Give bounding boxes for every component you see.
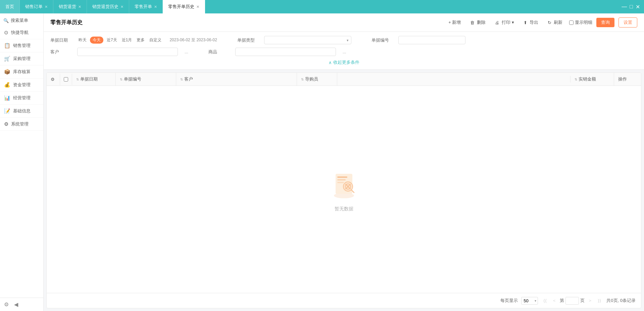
pagination-total-info: 共0页, 0条记录 (606, 298, 636, 304)
export-button[interactable]: ⬆ 导出 (521, 18, 541, 27)
table-header-checkbox[interactable] (60, 74, 72, 85)
empty-state-text: 暂无数据 (335, 206, 353, 212)
tab-retail-open-label: 零售开单 (135, 4, 152, 10)
finance-icon: 💰 (4, 82, 10, 88)
page-input[interactable]: 1 (565, 297, 579, 305)
date-more[interactable]: 更多 (135, 37, 146, 44)
main-layout: 🔍 搜索菜单 ⊙ 快捷导航 📋 销售管理 🛒 采购管理 📦 库存核算 💰 资金管… (0, 13, 644, 311)
table-header-amount-label: 实销金额 (579, 76, 596, 82)
sidebar-item-purchase-mgmt-label: 采购管理 (13, 56, 31, 62)
date-last1m[interactable]: 近1月 (120, 37, 134, 44)
date-today[interactable]: 今天 (90, 37, 103, 44)
table-header-amount: ⇅ 实销金额 (571, 73, 614, 86)
chevron-up-icon: ∧ (329, 60, 332, 65)
per-page-select[interactable]: 20 50 100 200 (521, 297, 538, 305)
gear-icon: ⚙ (51, 77, 55, 82)
sort-num-icon[interactable]: ⇅ (120, 77, 122, 81)
settings-button[interactable]: 设置 (618, 17, 637, 28)
page-title: 零售开单历史 (50, 19, 83, 26)
sidebar-settings-button[interactable]: ⚙ (4, 301, 9, 308)
sidebar-collapse-button[interactable]: ◀ (14, 301, 18, 308)
sort-guide-icon[interactable]: ⇅ (301, 77, 304, 81)
select-all-checkbox[interactable] (64, 77, 68, 82)
first-page-button[interactable]: ⟨⟨ (541, 297, 549, 304)
filter-row-2: 客户 ... 商品 ... (50, 48, 637, 56)
table-settings-gear[interactable]: ⚙ (47, 73, 60, 85)
sidebar-item-basic-info[interactable]: 📝 基础信息 (0, 105, 43, 118)
new-button[interactable]: + 新增 (446, 18, 463, 27)
tab-sales-return-close[interactable]: ✕ (78, 5, 81, 9)
close-button[interactable]: ✕ (636, 4, 640, 10)
basic-info-icon: 📝 (4, 108, 10, 114)
sidebar-item-sales-mgmt[interactable]: 📋 销售管理 (0, 39, 43, 52)
sidebar-item-quick-nav[interactable]: ⊙ 快捷导航 (0, 26, 43, 39)
collapse-button[interactable]: ∧ 收起更多条件 (329, 59, 359, 65)
date-custom[interactable]: 自定义 (148, 37, 163, 44)
tab-retail-open-close[interactable]: ✕ (154, 5, 157, 9)
print-icon: 🖨 (495, 20, 499, 25)
pagination-nav: ⟨⟨ ＜ 第 1 页 ＞ ⟩⟩ (541, 297, 603, 305)
display-toggle-label: 显示明细 (575, 19, 592, 25)
sidebar-search-label: 搜索菜单 (11, 17, 28, 23)
sidebar-item-system[interactable]: ⚙ 系统管理 (0, 118, 43, 131)
sidebar-item-purchase-mgmt[interactable]: 🛒 采购管理 (0, 52, 43, 65)
svg-rect-4 (337, 182, 344, 183)
sidebar-bottom: ⚙ ◀ (0, 298, 43, 311)
print-button[interactable]: 🖨 打印 ▾ (492, 18, 517, 27)
sidebar-item-quick-nav-label: 快捷导航 (11, 30, 29, 36)
product-input[interactable] (235, 48, 336, 56)
sidebar-item-basic-info-label: 基础信息 (13, 108, 31, 114)
tab-retail-open-history-close[interactable]: ✕ (196, 5, 199, 9)
next-page-button[interactable]: ＞ (586, 297, 594, 305)
date-last7[interactable]: 近7天 (105, 37, 118, 44)
search-icon: 🔍 (3, 18, 9, 23)
tab-bar: 首页 销售订单 ✕ 销货退货 ✕ 销货退货历史 ✕ 零售开单 ✕ 零售开单历史 … (0, 0, 644, 13)
tab-sales-return-history-close[interactable]: ✕ (120, 5, 123, 9)
query-button[interactable]: 查询 (596, 18, 614, 27)
tab-home-label: 首页 (5, 4, 14, 10)
tab-sales-return-history-label: 销货退货历史 (92, 4, 118, 10)
collapse-label: 收起更多条件 (333, 59, 359, 65)
table-header-client-label: 客户 (184, 76, 193, 82)
sort-amount-icon[interactable]: ⇅ (575, 77, 577, 81)
minimize-button[interactable]: — (622, 4, 627, 10)
sidebar-search[interactable]: 🔍 搜索菜单 (0, 13, 43, 26)
pagination: 每页显示 20 50 100 200 ⟨⟨ ＜ 第 1 页 ＞ ⟩ (47, 293, 641, 308)
tab-sales-return[interactable]: 销货退货 ✕ (53, 0, 87, 13)
tab-sales-order-close[interactable]: ✕ (45, 5, 48, 9)
sort-date-icon[interactable]: ⇅ (76, 77, 79, 81)
display-toggle[interactable]: 显示明细 (569, 19, 592, 25)
tab-retail-open[interactable]: 零售开单 ✕ (129, 0, 163, 13)
sales-mgmt-icon: 📋 (4, 43, 10, 49)
bill-type-select-wrap (264, 36, 351, 44)
tab-sales-return-history[interactable]: 销货退货历史 ✕ (87, 0, 129, 13)
date-yesterday[interactable]: 昨天 (77, 37, 88, 44)
table-header-date-label: 单据日期 (80, 76, 98, 82)
display-toggle-checkbox[interactable] (569, 20, 574, 25)
page-unit-label: 页 (580, 298, 585, 304)
tab-retail-open-history[interactable]: 零售开单历史 ✕ (163, 0, 205, 13)
maximize-button[interactable]: □ (630, 4, 633, 10)
bill-type-label: 单据类型 (237, 37, 257, 43)
product-label: 商品 (208, 49, 229, 55)
last-page-button[interactable]: ⟩⟩ (596, 297, 603, 304)
table-header-client: ⇅ 客户 (176, 73, 297, 86)
sidebar-item-finance[interactable]: 💰 资金管理 (0, 79, 43, 92)
bill-num-input[interactable] (398, 36, 465, 44)
customer-input[interactable] (77, 48, 178, 56)
prev-page-button[interactable]: ＜ (550, 297, 558, 305)
bill-type-select[interactable] (264, 36, 351, 44)
sort-client-icon[interactable]: ⇅ (180, 77, 183, 81)
refresh-button[interactable]: ↻ 刷新 (545, 18, 565, 27)
delete-button[interactable]: 🗑 删除 (467, 18, 488, 27)
sidebar-item-sales-mgmt-label: 销售管理 (13, 43, 31, 49)
tab-sales-order[interactable]: 销售订单 ✕ (20, 0, 53, 13)
table-header-date: ⇅ 单据日期 (72, 73, 116, 86)
sidebar-item-inventory[interactable]: 📦 库存核算 (0, 65, 43, 79)
customer-ellipsis[interactable]: ... (185, 49, 188, 54)
product-ellipsis[interactable]: ... (343, 49, 346, 54)
tab-home[interactable]: 首页 (0, 0, 20, 13)
table-header-num-label: 单据编号 (124, 76, 141, 82)
table-header-guide: ⇅ 导购员 (297, 73, 337, 86)
sidebar-item-business[interactable]: 📊 经营管理 (0, 92, 43, 105)
